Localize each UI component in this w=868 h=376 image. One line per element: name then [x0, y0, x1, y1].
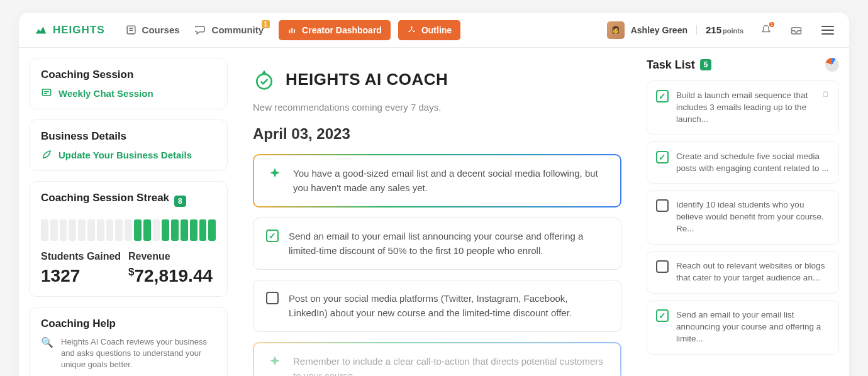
- notification-badge: 1: [769, 22, 774, 27]
- outline-label: Outline: [421, 25, 452, 35]
- streak-bar: [87, 219, 95, 241]
- task-text: Reach out to relevant websites or blogs …: [676, 260, 830, 284]
- coaching-session-card: Coaching Session Weekly Chat Session: [29, 58, 228, 109]
- points: 215points: [706, 25, 743, 35]
- sparkle-icon: [267, 355, 283, 371]
- streak-bar: [125, 219, 132, 241]
- leaf-icon: [41, 149, 52, 160]
- task-checkbox[interactable]: [656, 260, 669, 273]
- menu-button[interactable]: [821, 23, 834, 37]
- task-checkbox[interactable]: [266, 229, 279, 242]
- streak-bar: [106, 219, 114, 241]
- chat-lines-icon: [41, 87, 52, 99]
- streak-badge: 8: [174, 196, 186, 207]
- task-checkbox[interactable]: [656, 199, 669, 212]
- task-item[interactable]: Identify 10 ideal students who you belie…: [647, 190, 839, 245]
- recommendation-item: Remember to include a clear call-to-acti…: [253, 342, 621, 376]
- points-label: points: [723, 27, 743, 35]
- nav-community-label: Community: [212, 25, 264, 35]
- tree-icon: [407, 25, 416, 35]
- revenue-value: $72,819.44: [128, 266, 216, 286]
- weekly-chat-link[interactable]: Weekly Chat Session: [41, 87, 216, 99]
- recommendation-text: You have a good-sized email list and a d…: [293, 167, 608, 195]
- streak-bar: [41, 219, 48, 241]
- streak-bar: [50, 219, 58, 241]
- students-gained-value: 1327: [41, 266, 128, 286]
- coaching-help-title: Coaching Help: [41, 318, 216, 330]
- streak-bar: [162, 219, 169, 241]
- coach-badge-icon: [253, 68, 275, 91]
- streak-title: Coaching Session Streak: [41, 192, 169, 204]
- task-item[interactable]: Send an email to your email list announc…: [647, 300, 839, 355]
- update-business-label: Update Your Business Details: [58, 150, 192, 160]
- business-details-card: Business Details Update Your Business De…: [29, 119, 228, 171]
- svg-rect-3: [289, 30, 291, 33]
- streak-bar: [97, 219, 104, 241]
- outline-button[interactable]: Outline: [398, 20, 460, 40]
- coaching-help-card: Coaching Help 🔍 Heights AI Coach reviews…: [29, 307, 228, 376]
- recommendation-item: You have a good-sized email list and a d…: [253, 154, 621, 207]
- date-heading: April 03, 2023: [253, 125, 621, 143]
- logo-text: HEIGHTS: [53, 24, 105, 36]
- streak-bar: [153, 219, 160, 241]
- task-checkbox[interactable]: [656, 90, 669, 102]
- streak-bar: [199, 219, 207, 241]
- streak-bar: [69, 219, 76, 241]
- book-icon: [125, 24, 137, 36]
- task-checkbox[interactable]: [656, 151, 669, 163]
- streak-bar: [60, 219, 67, 241]
- mountain-icon: [34, 23, 48, 37]
- task-item[interactable]: Create and schedule five social media po…: [647, 141, 839, 184]
- task-text: Build a launch email sequence that inclu…: [676, 90, 815, 126]
- task-text: Identify 10 ideal students who you belie…: [676, 199, 830, 235]
- students-gained-label: Students Gained: [41, 251, 128, 262]
- task-item[interactable]: Reach out to relevant websites or blogs …: [647, 251, 839, 294]
- avatar[interactable]: 👩: [607, 21, 625, 39]
- weekly-chat-label: Weekly Chat Session: [58, 88, 153, 99]
- progress-donut-icon: [825, 58, 839, 72]
- streak-bar: [181, 219, 188, 241]
- points-value: 215: [706, 25, 721, 35]
- task-checkbox[interactable]: [656, 309, 669, 322]
- streak-bar: [134, 219, 142, 241]
- chat-icon: [195, 24, 207, 36]
- inbox-button[interactable]: [789, 23, 804, 38]
- logo[interactable]: HEIGHTS: [34, 23, 105, 37]
- update-business-link[interactable]: Update Your Business Details: [41, 149, 216, 160]
- username: Ashley Green: [631, 25, 697, 35]
- task-item[interactable]: Build a launch email sequence that inclu…: [647, 80, 839, 135]
- streak-card: Coaching Session Streak 8 Students Gaine…: [29, 181, 228, 297]
- inbox-icon: [790, 24, 803, 36]
- svg-rect-10: [42, 89, 51, 96]
- task-list-title: Task List: [647, 58, 695, 72]
- streak-bars: [41, 219, 216, 241]
- streak-bar: [208, 219, 216, 241]
- streak-bar: [171, 219, 179, 241]
- creator-dashboard-label: Creator Dashboard: [302, 25, 382, 35]
- svg-point-6: [411, 26, 413, 28]
- svg-rect-4: [291, 28, 292, 33]
- sparkle-icon: [267, 167, 283, 183]
- streak-bar: [143, 219, 151, 241]
- recommendation-item: Send an email to your email list announc…: [253, 218, 621, 270]
- task-text: Send an email to your email list announc…: [676, 309, 830, 345]
- recommendation-text: Post on your social media platforms (Twi…: [289, 292, 608, 320]
- revenue-label: Revenue: [128, 251, 216, 262]
- streak-bar: [78, 219, 86, 241]
- streak-bar: [190, 219, 198, 241]
- help-text-1: Heights AI Coach reviews your business a…: [61, 336, 216, 371]
- streak-bar: [115, 219, 123, 241]
- bar-chart-icon: [287, 25, 297, 35]
- page-title: HEIGHTS AI COACH: [286, 70, 448, 89]
- community-badge: 1: [262, 20, 270, 28]
- nav-courses[interactable]: Courses: [125, 24, 180, 36]
- note-icon: 🗒: [822, 90, 830, 99]
- task-checkbox[interactable]: [266, 292, 279, 304]
- page-subtitle: New recommendations coming every 7 days.: [253, 102, 621, 113]
- notifications-button[interactable]: 1: [759, 23, 774, 38]
- svg-rect-5: [294, 29, 295, 33]
- recommendation-item: Post on your social media platforms (Twi…: [253, 280, 621, 332]
- nav-community[interactable]: Community 1: [195, 24, 264, 36]
- recommendation-text: Remember to include a clear call-to-acti…: [293, 355, 608, 376]
- creator-dashboard-button[interactable]: Creator Dashboard: [279, 20, 391, 40]
